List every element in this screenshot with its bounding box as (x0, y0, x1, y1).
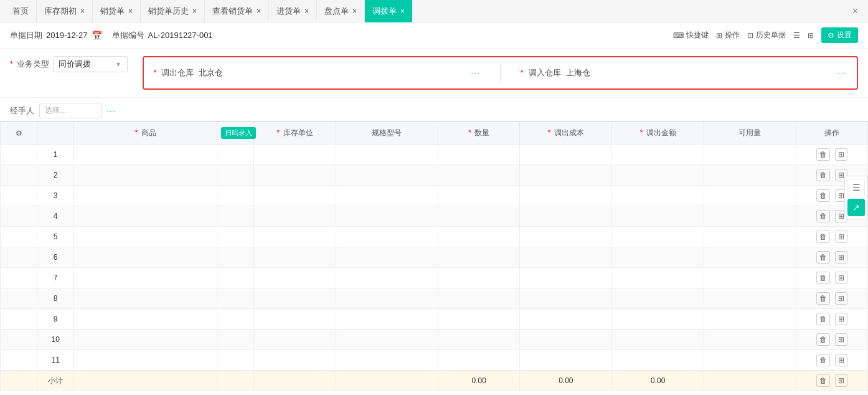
row-qty-9[interactable] (438, 309, 520, 330)
delete-btn-2[interactable]: 🗑 (816, 169, 830, 181)
delete-btn-3[interactable]: 🗑 (816, 189, 830, 202)
row-qty-11[interactable] (438, 350, 520, 371)
tab-sales-order[interactable]: 销货单 × (93, 0, 141, 22)
delete-btn-7[interactable]: 🗑 (816, 272, 830, 284)
delete-btn-6[interactable]: 🗑 (816, 251, 830, 264)
tab-stocktake[interactable]: 盘点单 × (317, 0, 365, 22)
tab-close-view-sales[interactable]: × (257, 7, 261, 16)
row-product-4[interactable] (74, 206, 217, 227)
layout-grid-button[interactable]: ⊞ (808, 31, 814, 40)
delete-btn-sub[interactable]: 🗑 (816, 374, 830, 387)
tab-home[interactable]: 首页 (5, 0, 37, 22)
row-amount-8[interactable] (612, 288, 704, 309)
row-amount-11[interactable] (612, 350, 704, 371)
tab-close-inventory-init[interactable]: × (80, 7, 85, 16)
delete-btn-8[interactable]: 🗑 (816, 292, 830, 305)
row-product-3[interactable] (74, 186, 217, 206)
row-product-9[interactable] (74, 309, 217, 330)
handler-more[interactable]: ··· (106, 106, 116, 116)
history-button[interactable]: ⊡ 历史单据 (747, 30, 786, 40)
row-amount-2[interactable] (612, 165, 704, 186)
tab-close-transfer[interactable]: × (400, 7, 405, 16)
row-product-2[interactable] (74, 165, 217, 186)
copy-btn-7[interactable]: ⊞ (835, 272, 847, 284)
row-cost-6[interactable] (520, 247, 612, 268)
row-qty-5[interactable] (438, 227, 520, 247)
warehouse-out-more[interactable]: ··· (471, 68, 480, 78)
row-amount-5[interactable] (612, 227, 704, 247)
copy-btn-sub[interactable]: ⊞ (835, 374, 847, 387)
row-unit-10[interactable] (254, 330, 336, 350)
row-product-7[interactable] (74, 268, 217, 288)
row-unit-5[interactable] (254, 227, 336, 247)
scan-button[interactable]: 扫码录入 (221, 127, 256, 139)
right-panel-export-btn[interactable]: ↗ (847, 199, 865, 216)
row-cost-5[interactable] (520, 227, 612, 247)
copy-btn-10[interactable]: ⊞ (835, 333, 847, 346)
row-qty-1[interactable] (438, 145, 520, 165)
delete-btn-11[interactable]: 🗑 (816, 354, 830, 366)
copy-btn-9[interactable]: ⊞ (835, 313, 847, 325)
row-qty-3[interactable] (438, 186, 520, 206)
row-qty-2[interactable] (438, 165, 520, 186)
row-amount-3[interactable] (612, 186, 704, 206)
tab-close-purchase[interactable]: × (304, 7, 309, 16)
tab-transfer[interactable]: 调拨单 × (365, 0, 412, 22)
tab-close-sales-history[interactable]: × (192, 7, 197, 16)
row-cost-3[interactable] (520, 186, 612, 206)
delete-btn-5[interactable]: 🗑 (816, 231, 830, 243)
right-panel-list-btn[interactable]: ☰ (847, 179, 865, 196)
calendar-icon[interactable]: 📅 (92, 31, 102, 40)
settings-button[interactable]: ⚙ 设置 (821, 27, 858, 43)
delete-btn-4[interactable]: 🗑 (816, 210, 830, 222)
row-qty-6[interactable] (438, 247, 520, 268)
tab-inventory-init[interactable]: 库存期初 × (37, 0, 93, 22)
row-unit-9[interactable] (254, 309, 336, 330)
row-unit-8[interactable] (254, 288, 336, 309)
delete-btn-1[interactable]: 🗑 (816, 148, 830, 161)
copy-btn-6[interactable]: ⊞ (835, 251, 847, 264)
row-qty-10[interactable] (438, 330, 520, 350)
row-product-10[interactable] (74, 330, 217, 350)
delete-btn-10[interactable]: 🗑 (816, 333, 830, 346)
row-cost-7[interactable] (520, 268, 612, 288)
row-unit-4[interactable] (254, 206, 336, 227)
delete-btn-9[interactable]: 🗑 (816, 313, 830, 325)
row-qty-8[interactable] (438, 288, 520, 309)
tab-view-sales[interactable]: 查看销货单 × (205, 0, 269, 22)
business-type-select[interactable]: 同价调拨 ▼ (53, 56, 128, 72)
row-amount-9[interactable] (612, 309, 704, 330)
row-product-1[interactable] (74, 145, 217, 165)
row-cost-8[interactable] (520, 288, 612, 309)
row-cost-4[interactable] (520, 206, 612, 227)
row-unit-1[interactable] (254, 145, 336, 165)
row-cost-10[interactable] (520, 330, 612, 350)
tab-close-stocktake[interactable]: × (352, 7, 357, 16)
copy-btn-5[interactable]: ⊞ (835, 231, 847, 243)
row-amount-6[interactable] (612, 247, 704, 268)
handler-select[interactable]: 选择... (39, 103, 101, 118)
row-cost-1[interactable] (520, 145, 612, 165)
row-cost-11[interactable] (520, 350, 612, 371)
warehouse-in-more[interactable]: ··· (837, 68, 847, 78)
row-unit-2[interactable] (254, 165, 336, 186)
row-amount-10[interactable] (612, 330, 704, 350)
tab-sales-history[interactable]: 销货单历史 × (141, 0, 205, 22)
layout-list-button[interactable]: ☰ (793, 31, 800, 40)
row-unit-11[interactable] (254, 350, 336, 371)
copy-btn-8[interactable]: ⊞ (835, 292, 847, 305)
row-product-5[interactable] (74, 227, 217, 247)
col-gear[interactable]: ⚙ (1, 122, 37, 145)
row-cost-2[interactable] (520, 165, 612, 186)
row-amount-4[interactable] (612, 206, 704, 227)
row-amount-7[interactable] (612, 268, 704, 288)
row-unit-6[interactable] (254, 247, 336, 268)
tab-close-sales-order[interactable]: × (128, 7, 133, 16)
tab-purchase[interactable]: 进货单 × (269, 0, 317, 22)
shortcut-button[interactable]: ⌨ 快捷键 (673, 30, 709, 40)
row-unit-3[interactable] (254, 186, 336, 206)
row-amount-1[interactable] (612, 145, 704, 165)
row-product-6[interactable] (74, 247, 217, 268)
window-close-button[interactable]: × (847, 6, 863, 17)
row-unit-7[interactable] (254, 268, 336, 288)
